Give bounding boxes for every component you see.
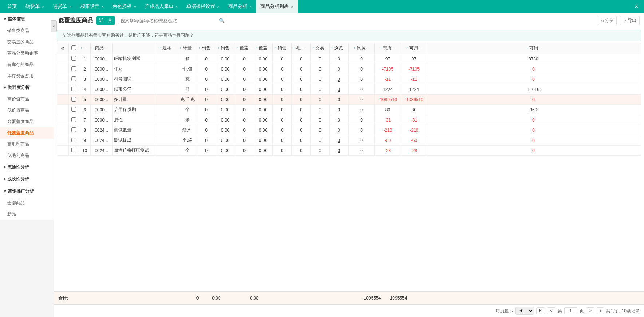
sidebar-item-sales-goods[interactable]: 销售类商品: [0, 25, 54, 36]
table-wrapper[interactable]: ⚙ ↕ 商... ↕ 商品名称 ↕ 规格... ↕ 计量... ↕ 销售... …: [54, 43, 644, 291]
row-checkbox[interactable]: [71, 148, 76, 152]
row-browse1[interactable]: 0: [330, 146, 349, 156]
row-checkbox[interactable]: [71, 66, 76, 71]
col-browse2-header: ↕ 浏览...: [349, 43, 375, 54]
row-checkbox-cell[interactable]: [69, 95, 79, 105]
row-avail-stock: -28: [401, 146, 427, 156]
row-checkbox-cell[interactable]: [69, 54, 79, 64]
prev-page-button[interactable]: <: [547, 307, 555, 314]
sidebar-collapse-button[interactable]: «: [51, 20, 57, 32]
sidebar-section-overall[interactable]: ∨ 整体信息: [0, 13, 54, 25]
close-icon[interactable]: ×: [69, 4, 71, 9]
search-input[interactable]: [121, 18, 219, 23]
row-trade: 0: [311, 74, 330, 84]
row-checkbox[interactable]: [71, 97, 76, 102]
nav-purchase-order[interactable]: 进货单 ×: [48, 0, 76, 13]
sidebar-item-all-goods[interactable]: 全部商品: [0, 197, 54, 209]
row-checkbox-cell[interactable]: [69, 84, 79, 95]
time-filter-button[interactable]: 近一月: [96, 16, 115, 25]
close-icon[interactable]: ×: [176, 4, 178, 9]
row-checkbox-cell[interactable]: [69, 125, 79, 135]
row-browse1[interactable]: 0: [330, 84, 349, 95]
row-name: 测试提成: [113, 135, 156, 146]
row-checkbox[interactable]: [71, 127, 76, 132]
nav-permissions[interactable]: 权限设置 ×: [76, 0, 108, 13]
page-number-input[interactable]: [564, 307, 577, 314]
col-settings-header[interactable]: ⚙: [57, 43, 69, 54]
row-sales-amt: 0.00: [216, 54, 235, 64]
row-checkbox-cell[interactable]: [69, 74, 79, 84]
last-page-button[interactable]: ›: [597, 307, 604, 314]
sidebar-item-high-coverage[interactable]: 高覆盖度商品: [0, 116, 54, 127]
row-cover1: 0: [235, 64, 254, 74]
close-icon[interactable]: ×: [291, 4, 293, 9]
row-browse1[interactable]: 0: [330, 135, 349, 146]
close-icon[interactable]: ×: [134, 4, 136, 9]
row-browse1[interactable]: 0: [330, 115, 349, 125]
sidebar-item-traded-goods[interactable]: 交易过的商品: [0, 36, 54, 48]
row-checkbox[interactable]: [71, 56, 76, 61]
row-checkbox-cell[interactable]: [69, 64, 79, 74]
nav-product-inbound[interactable]: 产成品入库单 ×: [141, 0, 182, 13]
col-check-header[interactable]: [69, 43, 79, 54]
sidebar-section-growth[interactable]: > 成长性分析: [0, 173, 54, 185]
row-checkbox[interactable]: [71, 87, 76, 91]
row-checkbox[interactable]: [71, 107, 76, 112]
sidebar-item-with-stock[interactable]: 有库存的商品: [0, 59, 54, 70]
row-browse1[interactable]: 0: [330, 74, 349, 84]
row-code: 0000...: [91, 74, 113, 84]
row-browse1[interactable]: 0: [330, 125, 349, 135]
nav-sales-order[interactable]: 销货单 ×: [21, 0, 48, 13]
select-all-checkbox[interactable]: [71, 45, 76, 50]
sidebar-item-low-margin[interactable]: 低毛利商品: [0, 150, 54, 161]
nav-product-analysis-list[interactable]: 商品分析列表 ×: [256, 0, 298, 13]
close-icon[interactable]: ×: [42, 4, 44, 9]
row-browse1[interactable]: 0: [330, 64, 349, 74]
row-checkbox-cell[interactable]: [69, 105, 79, 115]
row-no: 5: [79, 95, 91, 105]
row-no: 3: [79, 74, 91, 84]
sidebar-section-marketing[interactable]: ∨ 营销推广分析: [0, 185, 54, 197]
sidebar-section-group[interactable]: ∨ 类群度分析: [0, 82, 54, 94]
export-button[interactable]: ↗ 导出: [620, 16, 640, 25]
data-table: ⚙ ↕ 商... ↕ 商品名称 ↕ 规格... ↕ 计量... ↕ 销售... …: [57, 43, 641, 156]
sidebar-item-category-rate[interactable]: 商品分类动销率: [0, 48, 54, 59]
row-checkbox[interactable]: [71, 76, 76, 81]
close-icon[interactable]: ×: [250, 4, 252, 9]
sidebar-item-new-goods[interactable]: 新品: [0, 209, 54, 220]
col-name-header: [113, 43, 156, 54]
row-cover1: 0: [235, 115, 254, 125]
first-page-button[interactable]: K: [536, 307, 545, 314]
col-gross-rate-header: ↕ 毛利率: [292, 43, 311, 54]
row-current-stock: -11: [375, 74, 401, 84]
row-checkbox-cell[interactable]: [69, 146, 79, 156]
row-checkbox[interactable]: [71, 117, 76, 122]
close-icon[interactable]: ×: [102, 4, 104, 9]
row-checkbox-cell[interactable]: [69, 115, 79, 125]
nav-product-analysis[interactable]: 商品分析 ×: [224, 0, 256, 13]
nav-roles[interactable]: 角色授权 ×: [108, 0, 140, 13]
nav-home[interactable]: 首页: [3, 0, 21, 13]
next-page-button[interactable]: >: [586, 307, 594, 314]
sidebar-item-high-value[interactable]: 高价值商品: [0, 94, 54, 105]
row-checkbox-cell[interactable]: [69, 135, 79, 146]
per-page-select[interactable]: 20 50 100: [515, 307, 534, 315]
sidebar-section-circulation[interactable]: > 流通性分析: [0, 161, 54, 173]
close-icon[interactable]: ×: [217, 4, 219, 9]
close-all-button[interactable]: ×: [632, 3, 641, 10]
row-browse1[interactable]: 0: [330, 105, 349, 115]
nav-template-settings[interactable]: 单据模板设置 ×: [182, 0, 224, 13]
row-browse1[interactable]: 0: [330, 54, 349, 64]
sidebar-item-high-margin[interactable]: 高毛利商品: [0, 139, 54, 150]
row-sales-qty: 0: [197, 74, 216, 84]
sidebar-item-low-value[interactable]: 低价值商品: [0, 105, 54, 116]
row-checkbox[interactable]: [71, 138, 76, 142]
row-trade: 0: [311, 95, 330, 105]
share-button[interactable]: ⎋ 分享: [598, 16, 617, 25]
sidebar-item-stock-funds[interactable]: 库存资金占用: [0, 70, 54, 82]
sidebar-item-low-coverage[interactable]: 低覆盖度商品: [0, 127, 54, 139]
row-trade: 0: [311, 125, 330, 135]
row-browse1[interactable]: 0: [330, 95, 349, 105]
page-label: 第: [558, 308, 562, 314]
row-spec: [156, 125, 178, 135]
